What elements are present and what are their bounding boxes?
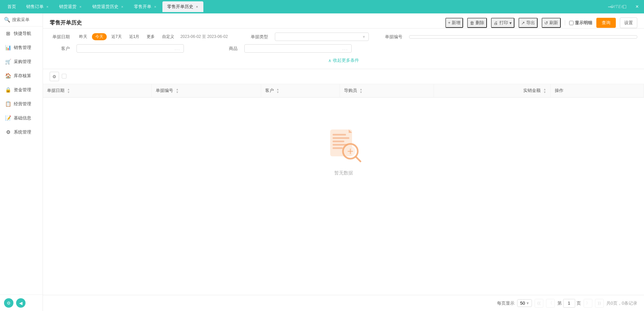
sidebar-item-quick-nav[interactable]: ⊞快捷导航 bbox=[0, 27, 43, 41]
sidebar-item-sales-mgmt[interactable]: 📊销售管理 bbox=[0, 41, 43, 55]
col-customer-sort[interactable]: ▲▼ bbox=[276, 88, 279, 94]
print-icon: 🖨 bbox=[494, 20, 498, 25]
column-settings-btn[interactable]: ⚙ bbox=[50, 72, 59, 81]
page-number-input[interactable] bbox=[563, 299, 575, 308]
last-page-btn[interactable]: ⟩⟩ bbox=[595, 299, 604, 308]
basic-info-icon: 📝 bbox=[5, 115, 11, 121]
refresh-btn[interactable]: ↺ 刷新 bbox=[542, 18, 561, 28]
tab-label-home: 首页 bbox=[7, 4, 16, 10]
date-btn-1month[interactable]: 近1月 bbox=[127, 33, 142, 40]
per-page-select[interactable]: 50 ▾ bbox=[517, 299, 532, 307]
page-label: 第 bbox=[557, 300, 562, 306]
sales-mgmt-icon: 📊 bbox=[5, 45, 11, 51]
date-btn-today[interactable]: 今天 bbox=[92, 33, 107, 40]
goods-input[interactable]: ... bbox=[244, 44, 352, 53]
number-input[interactable] bbox=[409, 35, 637, 39]
number-label: 单据编号 bbox=[382, 34, 402, 40]
goods-dots: ... bbox=[342, 46, 348, 51]
sidebar-item-inventory[interactable]: 🏠库存核算 bbox=[0, 69, 43, 83]
sidebar-item-basic-info[interactable]: 📝基础信息 bbox=[0, 111, 43, 125]
tab-sales-return[interactable]: 销货退货× bbox=[54, 1, 87, 12]
add-btn[interactable]: + 新增 bbox=[445, 18, 463, 28]
delete-btn[interactable]: 🗑 删除 bbox=[467, 18, 487, 28]
col-amount-sort[interactable]: ▲▼ bbox=[543, 88, 546, 94]
svg-rect-2 bbox=[333, 137, 349, 139]
col-number: 单据编号 ▲▼ bbox=[152, 84, 261, 97]
sidebar-item-operations[interactable]: 📋经营管理 bbox=[0, 97, 43, 111]
date-btn-yesterday[interactable]: 昨天 bbox=[77, 33, 90, 40]
tab-sales-order[interactable]: 销售订单× bbox=[21, 1, 54, 12]
first-page-btn[interactable]: ⟨⟨ bbox=[535, 299, 543, 308]
select-all-checkbox-label[interactable] bbox=[62, 74, 66, 80]
tab-label-sales-return: 销货退货 bbox=[59, 4, 77, 10]
sidebar-label-purchase-mgmt: 采购管理 bbox=[14, 59, 31, 65]
customer-label: 客户 bbox=[50, 46, 70, 52]
print-btn[interactable]: 🖨 打印 ▾ bbox=[491, 18, 514, 28]
col-salesperson-sort[interactable]: ▲▼ bbox=[359, 88, 362, 94]
tab-retail-history[interactable]: 零售开单历史× bbox=[162, 1, 203, 12]
sidebar-label-basic-info: 基础信息 bbox=[14, 115, 31, 121]
type-select-arrow: ▾ bbox=[363, 34, 365, 39]
svg-line-9 bbox=[356, 157, 360, 161]
sidebar-footer: ⚙ ◀ bbox=[0, 295, 43, 311]
tab-retail-open[interactable]: 零售开单× bbox=[129, 1, 161, 12]
col-number-label: 单据编号 bbox=[156, 88, 173, 93]
date-label: 单据日期 bbox=[50, 34, 70, 40]
tab-home[interactable]: 首页 bbox=[3, 1, 21, 12]
setting-btn[interactable]: 设置 bbox=[620, 17, 637, 28]
sidebar-item-system[interactable]: ⚙系统管理 bbox=[0, 125, 43, 139]
col-customer-label: 客户 bbox=[265, 88, 274, 93]
page-unit-label: 页 bbox=[577, 300, 581, 306]
sidebar-item-finance[interactable]: 🔒资金管理 bbox=[0, 83, 43, 97]
tab-close-retail-open[interactable]: × bbox=[153, 4, 157, 9]
select-all-checkbox[interactable] bbox=[62, 74, 66, 79]
export-btn[interactable]: ↗ 导出 bbox=[518, 18, 538, 28]
print-chevron-icon: ▾ bbox=[509, 20, 512, 25]
col-action-label: 操作 bbox=[555, 88, 563, 93]
date-btn-custom[interactable]: 自定义 bbox=[159, 33, 177, 40]
tab-close-sales-return[interactable]: × bbox=[79, 4, 82, 9]
sidebar-label-finance: 资金管理 bbox=[14, 87, 31, 93]
per-page-value: 50 bbox=[520, 301, 525, 306]
display-detail-toggle[interactable]: 显示明细 bbox=[569, 20, 592, 26]
collapse-more-label: 收起更多条件 bbox=[333, 57, 359, 63]
col-date: 单据日期 ▲▼ bbox=[43, 84, 152, 97]
system-icon: ⚙ bbox=[5, 129, 11, 135]
sidebar-search[interactable]: 🔍 搜索采单 bbox=[0, 13, 43, 27]
tab-close-sales-order[interactable]: × bbox=[46, 4, 49, 9]
main-layout: 🔍 搜索采单 ⊞快捷导航📊销售管理🛒采购管理🏠库存核算🔒资金管理📋经营管理📝基础… bbox=[0, 13, 644, 311]
sidebar-item-purchase-mgmt[interactable]: 🛒采购管理 bbox=[0, 55, 43, 69]
filter-row-2: 客户 ... 商品 ... bbox=[50, 44, 637, 53]
per-page-label: 每页显示 bbox=[497, 300, 514, 306]
brand-label: OfTEn bbox=[610, 4, 624, 9]
sidebar-label-sales-mgmt: 销售管理 bbox=[14, 45, 31, 51]
window-maximize-btn[interactable]: × bbox=[633, 2, 641, 11]
date-btn-more[interactable]: 更多 bbox=[144, 33, 157, 40]
query-btn[interactable]: 查询 bbox=[596, 18, 616, 28]
filter-area: 单据日期 昨天 今天 近7天 近1月 更多 自定义 2023-06-02 至 2… bbox=[43, 29, 644, 69]
sidebar-label-quick-nav: 快捷导航 bbox=[14, 31, 31, 37]
prev-page-btn[interactable]: 〈 bbox=[546, 299, 555, 308]
tab-close-sales-return-history[interactable]: × bbox=[120, 4, 124, 9]
table-head: 单据日期 ▲▼ 单据编号 ▲▼ 客户 ▲▼ bbox=[43, 84, 644, 97]
col-number-sort[interactable]: ▲▼ bbox=[176, 88, 179, 94]
display-detail-checkbox[interactable] bbox=[569, 21, 574, 25]
next-page-btn[interactable]: 〉 bbox=[584, 299, 592, 308]
collapse-more-btn[interactable]: ∧ 收起更多条件 bbox=[50, 56, 637, 65]
tab-sales-return-history[interactable]: 销货退货历史× bbox=[88, 1, 129, 12]
date-btn-7days[interactable]: 近7天 bbox=[109, 33, 125, 40]
type-select[interactable]: ▾ bbox=[275, 33, 369, 41]
refresh-icon: ↺ bbox=[544, 20, 548, 25]
settings-footer-icon[interactable]: ⚙ bbox=[4, 298, 13, 308]
operations-icon: 📋 bbox=[5, 101, 11, 107]
col-date-sort[interactable]: ▲▼ bbox=[67, 88, 70, 94]
customer-input[interactable]: ... bbox=[77, 44, 184, 53]
finance-icon: 🔒 bbox=[5, 87, 11, 93]
collapse-sidebar-btn[interactable]: ◀ bbox=[16, 298, 26, 308]
per-page-arrow: ▾ bbox=[527, 301, 529, 306]
page-input-group: 第 页 bbox=[557, 299, 581, 308]
tab-close-retail-history[interactable]: × bbox=[195, 4, 199, 9]
col-action: 操作 bbox=[550, 84, 644, 97]
top-nav: 首页销售订单×销货退货×销货退货历史×零售开单×零售开单历史× OfTEn — … bbox=[0, 0, 644, 13]
goods-label: 商品 bbox=[217, 46, 238, 52]
